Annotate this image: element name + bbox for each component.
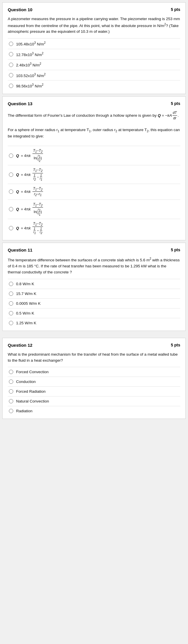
question-10-title: Question 10: [8, 7, 32, 12]
radio-circle: [9, 282, 13, 286]
question-13-title: Question 13: [8, 101, 32, 106]
radio-circle: [9, 399, 13, 403]
radio-circle: [9, 321, 13, 325]
question-13-header: Question 13 5 pts: [8, 101, 180, 106]
option-label: 0.0005 W/m K: [16, 301, 41, 306]
question-10-header: Question 10 5 pts: [8, 7, 180, 12]
radio-circle: [9, 311, 13, 315]
question-13-pts: 5 pts: [171, 101, 180, 106]
option-label-forced-convection: Forced Convection: [16, 370, 49, 374]
option-label: Q = 4πk T1−T2 ln(r2r1): [16, 202, 43, 216]
option-item[interactable]: Q = 4πk T1−T2 1r1 − 1r2: [8, 219, 180, 237]
option-label: Q = 4πk T1−T2 r2−r1: [16, 187, 43, 197]
option-item[interactable]: Forced Convection: [8, 367, 180, 377]
question-11-title: Question 11: [8, 248, 32, 252]
spacer: [0, 333, 188, 336]
option-item[interactable]: 103.52x103 N/m2: [8, 70, 180, 80]
radio-circle: [9, 73, 13, 77]
option-label: 2.48x103 N/m2: [16, 62, 41, 67]
question-12-body: What is the predominant mechanism for th…: [8, 352, 180, 364]
radio-circle: [9, 172, 13, 177]
option-label: Q = 4πk T1−T2 1r1 − 1r2: [16, 222, 43, 235]
radio-circle: [9, 52, 13, 56]
radio-circle: [9, 84, 13, 88]
option-item[interactable]: 105.48x103 N/m2: [8, 38, 180, 49]
radio-circle: [9, 42, 13, 46]
question-12-options: Forced Convection Conduction Forced Radi…: [8, 367, 180, 416]
question-11-pts: 5 pts: [171, 248, 180, 252]
question-10-body: A piezometer measures the pressure in a …: [8, 16, 180, 35]
option-item[interactable]: Radiation: [8, 406, 180, 416]
radio-circle: [9, 409, 13, 413]
option-item[interactable]: Q = 4πk T1−T2 ln(r1r2): [8, 146, 180, 165]
option-label: 0.5 W/m K: [16, 311, 34, 315]
radio-circle: [9, 301, 13, 306]
option-label: 103.52x103 N/m2: [16, 73, 46, 78]
question-13-options: Q = 4πk T1−T2 ln(r1r2) Q = 4πk T1−T2 1r2…: [8, 146, 180, 237]
option-item[interactable]: 12.78x103 N/m2: [8, 49, 180, 60]
radio-circle: [9, 207, 13, 211]
option-item[interactable]: 15.7 W/m K: [8, 289, 180, 298]
option-label: 105.48x103 N/m2: [16, 41, 46, 46]
option-item[interactable]: 98.56x103 N/m2: [8, 80, 180, 91]
question-10-options: 105.48x103 N/m2 12.78x103 N/m2 2.48x103 …: [8, 38, 180, 91]
option-item[interactable]: 1.25 W/m K: [8, 318, 180, 328]
option-label: 1.25 W/m K: [16, 321, 36, 325]
question-11-header: Question 11 5 pts: [8, 248, 180, 252]
radio-circle: [9, 292, 13, 296]
question-12-pts: 5 pts: [171, 343, 180, 347]
radio-circle: [9, 379, 13, 384]
option-item[interactable]: Conduction: [8, 377, 180, 386]
option-label: Q = 4πk T1−T2 1r2 − 1r1: [16, 168, 43, 181]
option-label-forced-radiation: Forced Radiation: [16, 389, 46, 394]
radio-circle: [9, 189, 13, 194]
radio-circle: [9, 370, 13, 374]
question-10-block: Question 10 5 pts A piezometer measures …: [2, 2, 186, 94]
option-item[interactable]: 0.5 W/m K: [8, 308, 180, 318]
option-item[interactable]: 2.48x103 N/m2: [8, 59, 180, 70]
question-11-options: 0.8 W/m K 15.7 W/m K 0.0005 W/m K 0.5 W/…: [8, 279, 180, 328]
question-10-pts: 5 pts: [171, 7, 180, 12]
option-label: 15.7 W/m K: [16, 292, 36, 296]
radio-circle: [9, 154, 13, 158]
option-label: Q = 4πk T1−T2 ln(r1r2): [16, 149, 43, 162]
option-label: 0.8 W/m K: [16, 282, 34, 286]
option-label-radiation: Radiation: [16, 409, 32, 413]
option-label: 12.78x103 N/m2: [16, 52, 43, 57]
option-label-conduction: Conduction: [16, 379, 36, 384]
radio-circle: [9, 389, 13, 394]
question-13-block: Question 13 5 pts The differential form …: [2, 96, 186, 241]
option-label-natural-convection: Natural Convection: [16, 399, 49, 403]
question-12-block: Question 12 5 pts What is the predominan…: [2, 338, 186, 419]
question-12-header: Question 12 5 pts: [8, 343, 180, 348]
option-label: 98.56x103 N/m2: [16, 83, 43, 88]
option-item[interactable]: Q = 4πk T1−T2 r2−r1: [8, 184, 180, 200]
option-item[interactable]: Q = 4πk T1−T2 1r2 − 1r1: [8, 165, 180, 183]
option-item[interactable]: Forced Radiation: [8, 386, 180, 396]
question-11-body: The temperature difference between the s…: [8, 256, 180, 275]
option-item[interactable]: Q = 4πk T1−T2 ln(r2r1): [8, 200, 180, 219]
option-item[interactable]: 0.8 W/m K: [8, 279, 180, 289]
option-item[interactable]: Natural Convection: [8, 396, 180, 406]
radio-circle: [9, 63, 13, 67]
option-item[interactable]: 0.0005 W/m K: [8, 298, 180, 308]
question-11-block: Question 11 5 pts The temperature differ…: [2, 243, 186, 331]
question-13-body: The differential form of Fourier's Law o…: [8, 110, 180, 139]
question-12-title: Question 12: [8, 343, 32, 348]
radio-circle: [9, 226, 13, 230]
